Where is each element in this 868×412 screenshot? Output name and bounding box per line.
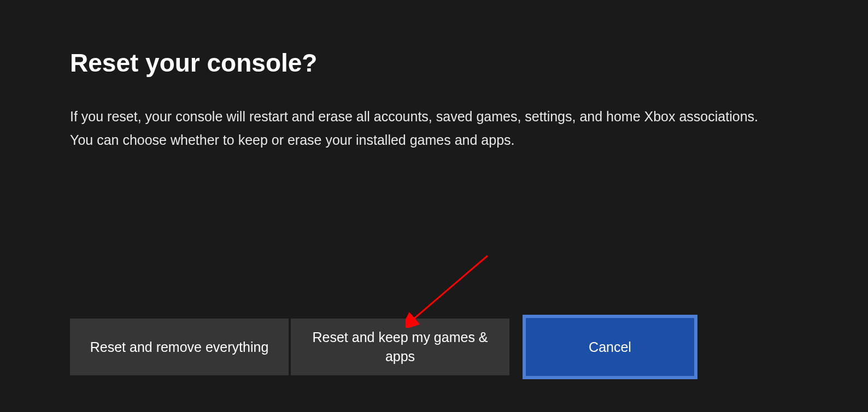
button-row: Reset and remove everything Reset and ke…: [70, 319, 700, 379]
reset-remove-everything-button[interactable]: Reset and remove everything: [70, 319, 289, 375]
cancel-button[interactable]: Cancel: [523, 315, 697, 379]
svg-line-1: [412, 256, 488, 320]
annotation-arrow-icon: [406, 251, 493, 328]
dialog-title: Reset your console?: [70, 48, 798, 78]
reset-keep-games-button[interactable]: Reset and keep my games & apps: [291, 319, 509, 375]
dialog-description: If you reset, your console will restart …: [70, 105, 781, 151]
